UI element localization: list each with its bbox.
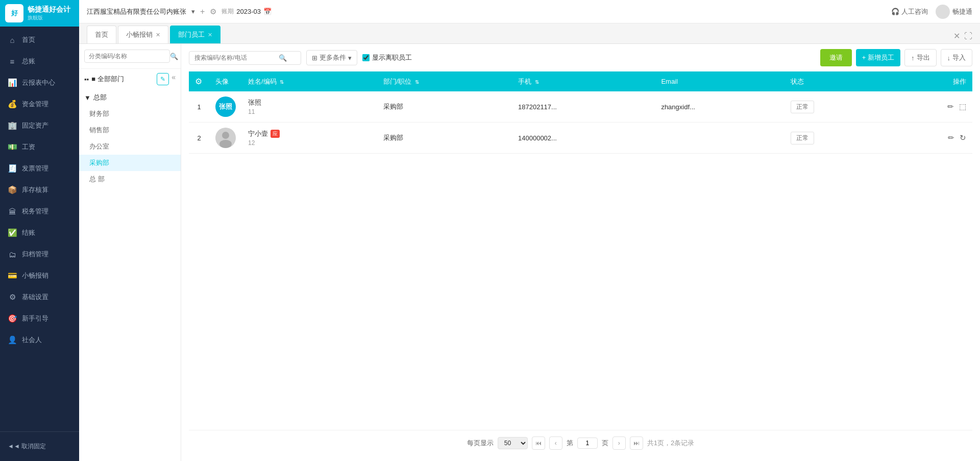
sidebar-item-home[interactable]: ⌂ 首页	[0, 29, 79, 51]
sidebar-item-tax[interactable]: 🏛 税务管理	[0, 201, 79, 222]
chevron-down-icon: ▾	[348, 54, 352, 62]
employee-search-input[interactable]	[194, 54, 276, 61]
add-tab-button[interactable]: +	[200, 7, 205, 16]
sidebar-item-expense[interactable]: 💳 小畅报销	[0, 265, 79, 286]
import-button[interactable]: ↓ 导入	[941, 49, 973, 66]
logo-icon: 好	[5, 4, 23, 22]
pagination-bar: 每页显示 50 10 20 100 ⏮ ‹ 第 页 › ⏭ 共1页，2条记录	[189, 430, 972, 456]
company-dropdown[interactable]: ▾	[191, 8, 195, 15]
dept-tree-parent-headquarters[interactable]: ▼ 总部	[79, 89, 181, 106]
logout-employee-1-button[interactable]: ⬚	[959, 102, 966, 111]
funds-icon: 💰	[8, 100, 17, 109]
show-resigned-checkbox[interactable]	[362, 54, 370, 61]
invite-button[interactable]: 邀请	[820, 49, 852, 66]
edit-employee-2-button[interactable]: ✏	[948, 133, 954, 142]
status-badge-1: 正常	[791, 101, 814, 113]
table-body: 1 张照 张照 11	[189, 91, 972, 154]
add-employee-button[interactable]: + 新增员工	[856, 49, 900, 66]
sidebar-item-settings[interactable]: ⚙ 基础设置	[0, 286, 79, 308]
dept-search-input[interactable]	[84, 50, 170, 63]
prev-page-button[interactable]: ‹	[549, 436, 562, 450]
tab-expense[interactable]: 小畅报销 ✕	[118, 26, 168, 43]
dept-tree-item-sales[interactable]: 销售部	[79, 122, 181, 138]
close-tab-employee[interactable]: ✕	[208, 32, 212, 38]
th-dept[interactable]: 部门/职位 ⇅	[377, 71, 512, 91]
sidebar-item-guide[interactable]: 🎯 新手引导	[0, 308, 79, 329]
dept-tree: ▼ 总部 财务部 销售部 办公室 采购部	[79, 89, 181, 461]
dept-tree-item-procurement[interactable]: 采购部	[79, 155, 181, 171]
edit-dept-button[interactable]: ✎	[157, 73, 169, 85]
th-settings[interactable]: ⚙	[189, 71, 209, 91]
page-size-label: 每页显示	[467, 439, 494, 448]
topbar-right: 🎧 人工咨询 畅捷通	[891, 5, 972, 19]
sidebar-item-funds[interactable]: 💰 资金管理	[0, 93, 79, 115]
pin-button[interactable]: ◄◄ 取消固定	[0, 437, 79, 456]
calendar-icon[interactable]: 📅	[263, 8, 272, 15]
dept-tree-item-general[interactable]: 总 部	[79, 171, 181, 187]
settings-button[interactable]: ⚙	[210, 7, 216, 16]
th-name[interactable]: 姓名/编码 ⇅	[242, 71, 377, 91]
row-num-2: 2	[189, 123, 209, 154]
tab-home[interactable]: 首页	[87, 26, 116, 43]
dept-tree-item-finance[interactable]: 财务部	[79, 106, 181, 122]
next-page-button[interactable]: ›	[612, 436, 626, 450]
page-size-select[interactable]: 50 10 20 100	[498, 437, 528, 449]
expense-icon: 💳	[8, 271, 17, 280]
filter-button[interactable]: ⊞ 更多条件 ▾	[306, 50, 357, 65]
service-button[interactable]: 🎧 人工咨询	[891, 7, 928, 16]
sidebar-item-assets[interactable]: 🏢 固定资产	[0, 115, 79, 136]
row-avatar-1: 张照	[209, 91, 242, 123]
all-departments[interactable]: ▪▪ ■ 全部部门	[84, 75, 124, 84]
sidebar-item-salary[interactable]: 💵 工资	[0, 136, 79, 158]
status-badge-2: 正常	[791, 132, 814, 144]
sort-phone-icon: ⇅	[535, 79, 539, 85]
reports-icon: 📊	[8, 78, 17, 87]
table-header: ⚙ 头像 姓名/编码 ⇅ 部门/职位 ⇅	[189, 71, 972, 91]
company-name: 江西服宝精品有限责任公司内账张	[87, 7, 186, 16]
user-menu[interactable]: 畅捷通	[936, 5, 972, 19]
headset-icon: 🎧	[891, 8, 899, 15]
app-name: 畅捷通好会计	[28, 5, 70, 14]
th-phone[interactable]: 手机 ⇅	[512, 71, 655, 91]
close-window-icon[interactable]: ✕	[953, 31, 960, 41]
sidebar-item-archive[interactable]: 🗂 归档管理	[0, 244, 79, 265]
export-button[interactable]: ↑ 导出	[904, 49, 937, 66]
row-dept-1: 采购部	[377, 91, 512, 123]
dept-header: ▪▪ ■ 全部部门 ✎ «	[79, 69, 181, 89]
tax-icon: 🏛	[8, 207, 17, 216]
sidebar-item-ledger[interactable]: ≡ 总账	[0, 51, 79, 72]
sidebar-item-inventory[interactable]: 📦 库存核算	[0, 179, 79, 201]
first-page-button[interactable]: ⏮	[532, 436, 545, 450]
dept-tree-item-office[interactable]: 办公室	[79, 138, 181, 155]
last-page-button[interactable]: ⏭	[630, 436, 643, 450]
period-value: 2023-03	[236, 8, 261, 15]
export-icon: ↑	[911, 54, 915, 62]
row-num-1: 1	[189, 91, 209, 123]
expand-window-icon[interactable]: ⛶	[964, 32, 972, 41]
row-actions-2: ✏ ↻	[885, 123, 972, 154]
guide-icon: 🎯	[8, 314, 17, 323]
close-tab-expense[interactable]: ✕	[156, 32, 160, 38]
sidebar-item-social[interactable]: 👤 社会人	[0, 329, 79, 351]
sidebar-item-invoice[interactable]: 🧾 发票管理	[0, 158, 79, 179]
tab-employee[interactable]: 部门员工 ✕	[170, 26, 220, 43]
sidebar-nav: ⌂ 首页 ≡ 总账 📊 云报表中心 💰 资金管理 🏢 固定资产 💵 工资	[0, 27, 79, 431]
sidebar-item-reports[interactable]: 📊 云报表中心	[0, 72, 79, 93]
toolbar-actions: 邀请 + 新增员工 ↑ 导出 ↓ 导入	[820, 49, 972, 66]
refresh-employee-2-button[interactable]: ↻	[960, 133, 966, 142]
collapse-dept-button[interactable]: «	[172, 73, 176, 85]
th-action: 操作	[885, 71, 972, 91]
badge-ying: 应	[271, 130, 280, 138]
employee-table-wrapper: ⚙ 头像 姓名/编码 ⇅ 部门/职位 ⇅	[189, 71, 972, 430]
row-phone-2: 140000002...	[512, 123, 655, 154]
import-icon: ↓	[947, 54, 951, 62]
show-resigned-label: 显示离职员工	[372, 53, 412, 62]
th-email: Email	[655, 71, 785, 91]
sidebar-bottom: ◄◄ 取消固定	[0, 431, 79, 461]
edit-employee-1-button[interactable]: ✏	[947, 102, 954, 111]
avatar-zhang: 张照	[215, 96, 236, 117]
dept-search-button[interactable]: 🔍	[170, 49, 178, 63]
page-label: 第	[567, 439, 573, 448]
page-number-input[interactable]	[577, 438, 598, 449]
sidebar-item-closing[interactable]: ✅ 结账	[0, 222, 79, 244]
